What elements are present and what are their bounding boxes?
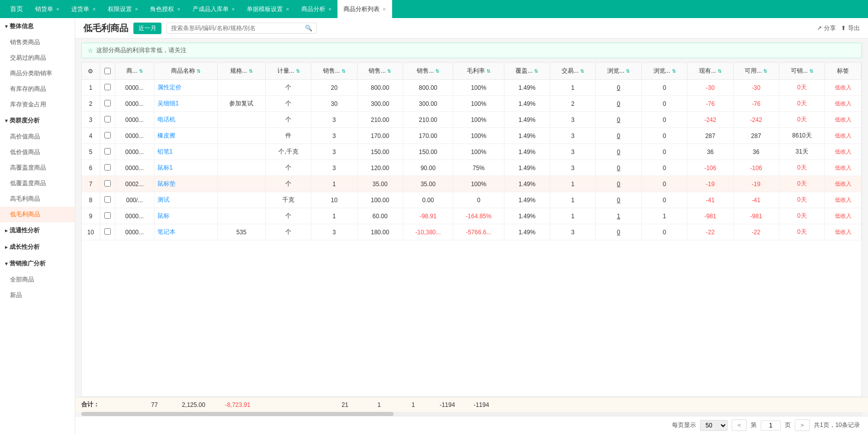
browse1-link[interactable]: 1 xyxy=(617,213,620,220)
sidebar-item-all-goods[interactable]: 全部商品 xyxy=(0,272,75,287)
next-page-button[interactable]: ＞ xyxy=(795,419,810,431)
cell-checkbox[interactable] xyxy=(100,192,115,208)
browse1-link[interactable]: 0 xyxy=(617,132,620,139)
browse1-link[interactable]: 0 xyxy=(617,84,620,91)
row-checkbox[interactable] xyxy=(104,212,111,219)
filter-recent-month-button[interactable]: 近一月 xyxy=(133,23,161,34)
nav-home[interactable]: 首页 xyxy=(4,0,29,18)
cell-browse1[interactable]: 0 xyxy=(596,96,641,112)
close-permission-icon[interactable]: × xyxy=(135,6,138,12)
nav-purchase-order[interactable]: 进货单 × xyxy=(65,0,101,18)
sidebar-item-low-coverage[interactable]: 低覆盖度商品 xyxy=(0,176,75,191)
close-purchase-order-icon[interactable]: × xyxy=(92,6,95,12)
sidebar-item-high-value[interactable]: 高价值商品 xyxy=(0,129,75,144)
sidebar-item-traded-goods[interactable]: 交易过的商品 xyxy=(0,50,75,66)
cell-name[interactable]: 属性定价 xyxy=(154,80,217,96)
share-button[interactable]: ↗ 分享 xyxy=(817,24,836,33)
cell-name[interactable]: 鼠标垫 xyxy=(154,176,217,192)
cell-browse1[interactable]: 1 xyxy=(596,208,641,224)
sidebar-section-cluster[interactable]: ▾ 类群度分析 xyxy=(0,112,75,129)
sidebar-item-category-rate[interactable]: 商品分类助销率 xyxy=(0,66,75,81)
horizontal-scrollbar[interactable] xyxy=(81,412,862,416)
sidebar-section-marketing[interactable]: ▾ 营销推广分析 xyxy=(0,255,75,272)
cell-name[interactable]: 鼠标 xyxy=(154,208,217,224)
cell-name[interactable]: 铅笔1 xyxy=(154,144,217,160)
cell-checkbox[interactable] xyxy=(100,96,115,112)
row-checkbox[interactable] xyxy=(104,180,111,187)
current-page-input[interactable] xyxy=(761,420,781,430)
cell-checkbox[interactable] xyxy=(100,80,115,96)
col-tag-header[interactable]: 标签 xyxy=(825,63,861,80)
cell-name[interactable]: 橡皮擦 xyxy=(154,128,217,144)
row-checkbox[interactable] xyxy=(104,132,111,138)
select-all-checkbox[interactable] xyxy=(104,68,111,74)
cell-name[interactable]: 测试 xyxy=(154,192,217,208)
col-browse1-header[interactable]: 浏览...⇅ xyxy=(596,63,641,80)
browse1-link[interactable]: 0 xyxy=(617,197,620,204)
cell-checkbox[interactable] xyxy=(100,112,115,128)
prev-page-button[interactable]: ＜ xyxy=(732,419,747,431)
sidebar-section-circulation[interactable]: ▸ 流通性分析 xyxy=(0,222,75,239)
browse1-link[interactable]: 0 xyxy=(617,116,620,123)
nav-sales-order[interactable]: 销货单 × xyxy=(29,0,65,18)
close-sales-order-icon[interactable]: × xyxy=(56,6,59,12)
sidebar-item-low-value[interactable]: 低价值商品 xyxy=(0,144,75,160)
cell-name[interactable]: 电话机 xyxy=(154,112,217,128)
close-template-icon[interactable]: × xyxy=(286,6,289,12)
col-unit-header[interactable]: 计量...⇅ xyxy=(265,63,311,80)
cell-checkbox[interactable] xyxy=(100,128,115,144)
sidebar-section-overall[interactable]: ▾ 整体信息 xyxy=(0,18,75,35)
cell-checkbox[interactable] xyxy=(100,160,115,176)
sidebar-item-sales-goods[interactable]: 销售类商品 xyxy=(0,35,75,50)
browse1-link[interactable]: 0 xyxy=(617,181,620,188)
nav-role-auth[interactable]: 角色授权 × xyxy=(144,0,186,18)
col-available-header[interactable]: 可用...⇅ xyxy=(733,63,779,80)
nav-template-settings[interactable]: 单据模板设置 × xyxy=(241,0,295,18)
col-trade-header[interactable]: 交易...⇅ xyxy=(550,63,596,80)
cell-checkbox[interactable] xyxy=(100,176,115,192)
cell-browse1[interactable]: 0 xyxy=(596,128,641,144)
col-browse2-header[interactable]: 浏览...⇅ xyxy=(641,63,687,80)
per-page-select[interactable]: 50 100 200 xyxy=(700,420,728,431)
col-sales-qty-header[interactable]: 销售...⇅ xyxy=(311,63,357,80)
col-sales-amount-header[interactable]: 销售...⇅ xyxy=(357,63,403,80)
nav-goods-analysis-list[interactable]: 商品分析列表 × xyxy=(337,0,392,18)
browse1-link[interactable]: 0 xyxy=(617,165,620,172)
col-gross-margin-header[interactable]: 毛利率⇅ xyxy=(453,63,504,80)
close-goods-list-icon[interactable]: × xyxy=(383,6,386,12)
cell-name[interactable]: 鼠标1 xyxy=(154,160,217,176)
sidebar-item-high-coverage[interactable]: 高覆盖度商品 xyxy=(0,160,75,176)
row-checkbox[interactable] xyxy=(104,164,111,171)
cell-browse1[interactable]: 0 xyxy=(596,144,641,160)
nav-goods-analysis[interactable]: 商品分析 × xyxy=(295,0,337,18)
cell-browse1[interactable]: 0 xyxy=(596,112,641,128)
col-checkbox[interactable] xyxy=(100,63,115,80)
col-sales-profit-header[interactable]: 销售...⇅ xyxy=(403,63,453,80)
cell-name[interactable]: 吴细细1 xyxy=(154,96,217,112)
col-name-header[interactable]: 商品名称⇅ xyxy=(154,63,217,80)
browse1-link[interactable]: 0 xyxy=(617,229,620,236)
close-product-inbound-icon[interactable]: × xyxy=(232,6,235,12)
row-checkbox[interactable] xyxy=(104,148,111,155)
close-goods-analysis-icon[interactable]: × xyxy=(328,6,331,12)
cell-checkbox[interactable] xyxy=(100,144,115,160)
close-role-auth-icon[interactable]: × xyxy=(177,6,180,12)
row-checkbox[interactable] xyxy=(104,228,111,235)
cell-browse1[interactable]: 0 xyxy=(596,192,641,208)
sidebar-item-high-margin[interactable]: 高毛利商品 xyxy=(0,191,75,207)
cell-browse1[interactable]: 0 xyxy=(596,224,641,240)
col-code-header[interactable]: 商...⇅ xyxy=(115,63,154,80)
col-sellable-header[interactable]: 可销...⇅ xyxy=(779,63,824,80)
sidebar-section-growth[interactable]: ▸ 成长性分析 xyxy=(0,239,75,255)
col-current-stock-header[interactable]: 现有...⇅ xyxy=(687,63,733,80)
nav-permission-settings[interactable]: 权限设置 × xyxy=(102,0,144,18)
search-input[interactable] xyxy=(171,25,305,32)
browse1-link[interactable]: 0 xyxy=(617,149,620,156)
row-checkbox[interactable] xyxy=(104,84,111,90)
sidebar-item-new-goods[interactable]: 新品 xyxy=(0,287,75,303)
row-checkbox[interactable] xyxy=(104,100,111,106)
cell-browse1[interactable]: 0 xyxy=(596,176,641,192)
sidebar-item-in-stock-goods[interactable]: 有库存的商品 xyxy=(0,81,75,97)
browse1-link[interactable]: 0 xyxy=(617,100,620,107)
nav-product-inbound[interactable]: 产成品入库单 × xyxy=(187,0,241,18)
